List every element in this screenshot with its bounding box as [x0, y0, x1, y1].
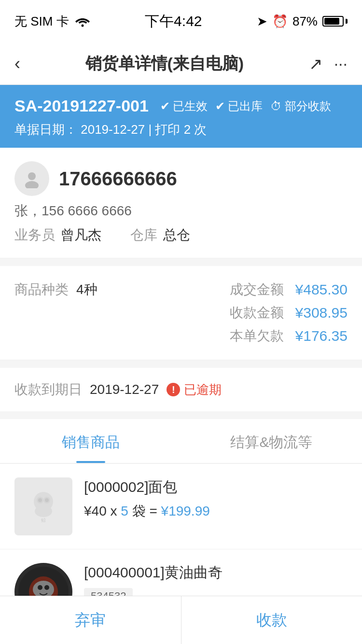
svg-text:鲸: 鲸	[41, 518, 46, 523]
svg-point-0	[81, 25, 84, 27]
deal-amount-row: 成交金额 ¥485.30	[230, 280, 348, 299]
svg-point-6	[38, 498, 42, 502]
owed-label: 本单欠款	[230, 327, 284, 345]
status-bar-right: ➤ ⏰ 87%	[257, 14, 348, 29]
print-info: | 打印 2 次	[148, 122, 207, 137]
received-label: 收款金额	[230, 304, 284, 322]
tab-sales-label: 销售商品	[62, 434, 120, 450]
bread-price: ¥40	[84, 504, 107, 518]
alarm-icon: ⏰	[272, 14, 288, 29]
svg-point-2	[25, 181, 39, 188]
svg-point-13	[38, 585, 42, 590]
customer-warehouse: 仓库 总仓	[130, 226, 190, 244]
owed-amount-row: 本单欠款 ¥176.35	[230, 327, 348, 345]
status-bar: 无 SIM 卡 下午4:42 ➤ ⏰ 87%	[0, 0, 362, 42]
summary-section: 商品种类 4种 成交金额 ¥485.30 收款金额 ¥308.95 本单欠款 ¥…	[0, 266, 362, 360]
page-title: 销货单详情(来自电脑)	[85, 53, 244, 75]
tab-settlement-label: 结算&物流等	[230, 434, 312, 450]
header-banner: SA-20191227-001 ✔ 已生效 ✔ 已出库 ⏱ 部分收款 单据日期：…	[0, 85, 362, 148]
more-button[interactable]: ···	[334, 54, 348, 73]
status-shipped-text: 已出库	[228, 98, 263, 114]
date-value: 2019-12-27	[81, 122, 145, 137]
customer-section: 17666666666 张，156 6666 6666 业务员 曾凡杰 仓库 总…	[0, 148, 362, 258]
bread-equals: =	[149, 504, 161, 518]
carrier-text: 无 SIM 卡	[14, 13, 69, 30]
overdue-text: 已逾期	[184, 381, 222, 398]
product-name-cookie: [000400001]黄油曲奇	[84, 563, 348, 583]
back-button[interactable]: ‹	[14, 54, 20, 74]
svg-point-7	[45, 498, 49, 502]
product-item: 鲸 [0000002]面包 ¥40 x 5 袋 = ¥199.99	[0, 464, 362, 549]
svg-point-8	[35, 505, 52, 517]
status-badge-shipped: ✔ 已出库	[215, 98, 263, 114]
collect-payment-button[interactable]: 收款	[181, 596, 362, 644]
date-label: 单据日期：	[14, 122, 77, 137]
deal-amount-value: ¥485.30	[295, 281, 348, 298]
battery-percent: 87%	[292, 14, 318, 29]
battery-icon	[322, 16, 348, 27]
customer-sales: 业务员 曾凡杰	[14, 226, 101, 244]
owed-value: ¥176.35	[295, 328, 348, 344]
nav-bar: ‹ 销货单详情(来自电脑) ↗ ···	[0, 42, 362, 85]
order-date-row: 单据日期： 2019-12-27 | 打印 2 次	[14, 121, 348, 138]
product-type-value: 4种	[76, 280, 97, 299]
received-value: ¥308.95	[295, 305, 348, 321]
overdue-badge: ! 已逾期	[167, 381, 222, 398]
product-info-bread: [0000002]面包 ¥40 x 5 袋 = ¥199.99	[84, 477, 348, 520]
bread-total: ¥199.99	[161, 504, 210, 518]
order-id: SA-20191227-001	[14, 97, 149, 115]
product-types: 商品种类 4种	[14, 280, 97, 299]
sales-value: 曾凡杰	[61, 226, 101, 244]
product-type-label: 商品种类	[14, 280, 69, 299]
status-badge-partial: ⏱ 部分收款	[270, 98, 331, 114]
bread-qty: 5	[121, 504, 128, 518]
deal-amount-label: 成交金额	[230, 280, 284, 299]
bottom-bar: 弃审 收款	[0, 596, 362, 644]
check-icon-active: ✔	[160, 99, 170, 113]
overdue-icon: !	[167, 383, 180, 396]
tabs-section: 销售商品 结算&物流等	[0, 419, 362, 464]
customer-meta: 业务员 曾凡杰 仓库 总仓	[14, 226, 348, 244]
product-image-bread: 鲸	[14, 477, 72, 535]
due-date-section: 收款到期日 2019-12-27 ! 已逾期	[0, 368, 362, 411]
tab-sales-products[interactable]: 销售商品	[0, 419, 181, 463]
amount-summary: 成交金额 ¥485.30 收款金额 ¥308.95 本单欠款 ¥176.35	[230, 280, 348, 345]
tab-settlement[interactable]: 结算&物流等	[181, 419, 362, 463]
avatar	[14, 161, 49, 196]
cancel-review-button[interactable]: 弃审	[0, 596, 181, 644]
due-date-value: 2019-12-27	[90, 382, 159, 397]
status-bar-time: 下午4:42	[145, 12, 202, 31]
product-price-bread: ¥40 x 5 袋 = ¥199.99	[84, 502, 348, 520]
due-date-label: 收款到期日	[14, 380, 82, 399]
sales-label: 业务员	[14, 226, 55, 244]
product-name-bread: [0000002]面包	[84, 477, 348, 497]
status-badge-active: ✔ 已生效	[160, 98, 208, 114]
warehouse-value: 总仓	[163, 226, 190, 244]
status-partial-text: 部分收款	[285, 98, 331, 114]
bread-unit: 袋	[132, 504, 146, 518]
customer-name-detail: 张，156 6666 6666	[14, 202, 348, 220]
status-badges: ✔ 已生效 ✔ 已出库 ⏱ 部分收款	[160, 98, 331, 114]
wifi-icon	[75, 15, 90, 27]
svg-point-14	[44, 585, 49, 590]
warehouse-label: 仓库	[130, 226, 157, 244]
share-button[interactable]: ↗	[309, 54, 322, 73]
svg-point-1	[28, 172, 36, 180]
status-bar-left: 无 SIM 卡	[14, 13, 90, 30]
bread-multiply: x	[111, 504, 121, 518]
location-icon: ➤	[257, 14, 267, 29]
status-active-text: 已生效	[173, 98, 208, 114]
customer-phone: 17666666666	[59, 168, 177, 190]
check-icon-shipped: ✔	[215, 99, 225, 113]
nav-actions: ↗ ···	[309, 54, 348, 73]
clock-icon: ⏱	[270, 99, 282, 113]
received-amount-row: 收款金额 ¥308.95	[230, 304, 348, 322]
